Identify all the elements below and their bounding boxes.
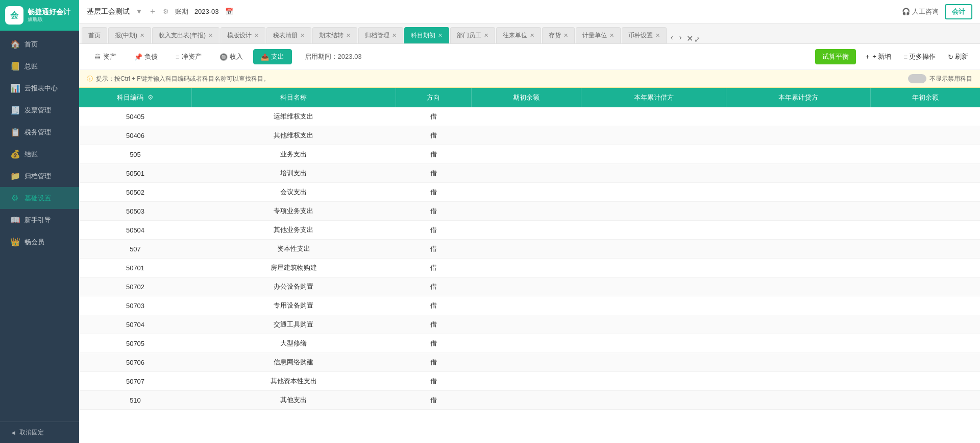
tab-subjects[interactable]: 科目期初✕ — [404, 27, 449, 43]
table-row[interactable]: 510 其他支出 借 — [79, 391, 980, 410]
company-dropdown-icon[interactable]: ▼ — [136, 8, 142, 15]
tab-interim[interactable]: 报(中期)✕ — [108, 27, 151, 43]
balance-button[interactable]: 试算平衡 — [815, 49, 856, 64]
filter-tab-income[interactable]: 🔘收入 — [212, 49, 251, 64]
sidebar-item-ledger[interactable]: 📒总账 — [0, 55, 79, 77]
tips-text: 提示：按Ctrl + F键并输入科目编码或者科目名称可以查找科目。 — [96, 75, 270, 83]
filter-icon-netasset: ≡ — [176, 53, 180, 61]
sidebar-item-invoice[interactable]: 🧾发票管理 — [0, 99, 79, 121]
filter-tab-netasset[interactable]: ≡净资产 — [168, 49, 209, 64]
tab-expand-button[interactable]: ⤢ — [694, 35, 700, 43]
tab-close-icon[interactable]: ✕ — [564, 32, 568, 39]
table-row[interactable]: 50705 大型修缮 借 — [79, 334, 980, 353]
tab-contacts[interactable]: 往来单位✕ — [496, 27, 541, 43]
cell-opening — [471, 183, 581, 202]
cell-year-balance — [871, 240, 980, 259]
cell-ytd-debit — [581, 183, 726, 202]
table-row[interactable]: 50504 其他业务支出 借 — [79, 221, 980, 240]
tab-currency[interactable]: 币种设置✕ — [622, 27, 667, 43]
tab-close-icon[interactable]: ✕ — [530, 32, 534, 39]
table-row[interactable]: 50706 信息网络购建 借 — [79, 353, 980, 372]
cell-opening — [471, 391, 581, 410]
table-body: 50405 运维维权支出 借 50406 其他维权支出 借 505 业务支出 借… — [79, 107, 980, 410]
table-row[interactable]: 50502 会议支出 借 — [79, 183, 980, 202]
app-logo[interactable]: 会 畅捷通好会计 旗舰版 — [0, 0, 79, 31]
cell-ytd-credit — [726, 259, 870, 277]
tab-close-icon[interactable]: ✕ — [655, 32, 660, 39]
sidebar-item-guide[interactable]: 📖新手引导 — [0, 209, 79, 231]
filter-tab-expense[interactable]: 📤支出 — [253, 49, 292, 64]
company-settings-icon[interactable]: ⚙ — [163, 8, 169, 15]
tab-close-icon[interactable]: ✕ — [392, 32, 397, 39]
tab-close-all-button[interactable]: ✕ — [687, 34, 693, 43]
help-button[interactable]: 🎧 人工咨询 — [902, 7, 939, 16]
tab-close-icon[interactable]: ✕ — [609, 32, 614, 39]
tab-taxclear[interactable]: 税表清册✕ — [266, 27, 311, 43]
tab-close-icon[interactable]: ✕ — [346, 32, 351, 39]
sidebar-item-member[interactable]: 👑畅会员 — [0, 231, 79, 253]
sidebar-item-archive[interactable]: 📁归档管理 — [0, 165, 79, 187]
tab-inventory[interactable]: 存货✕ — [542, 27, 575, 43]
cell-name: 房屋建筑物购建 — [191, 259, 396, 277]
cell-ytd-credit — [726, 107, 870, 126]
tab-next-button[interactable]: › — [676, 31, 685, 43]
column-settings-icon[interactable]: ⚙ — [148, 94, 154, 101]
table-row[interactable]: 50703 专用设备购置 借 — [79, 296, 980, 315]
sidebar-item-tax[interactable]: 📋税务管理 — [0, 121, 79, 143]
sidebar-item-settlement[interactable]: 💰结账 — [0, 143, 79, 165]
cell-direction: 借 — [396, 240, 471, 259]
pin-icon: ◄ — [10, 429, 16, 436]
tab-yearend[interactable]: 期末结转✕ — [312, 27, 357, 43]
table-row[interactable]: 50405 运维维权支出 借 — [79, 107, 980, 126]
tax-icon: 📋 — [10, 127, 19, 137]
add-button[interactable]: ＋ + 新增 — [860, 50, 895, 64]
tab-dept[interactable]: 部门员工✕ — [450, 27, 495, 43]
sidebar-item-settings[interactable]: ⚙基础设置 — [0, 187, 79, 209]
filter-tab-liability[interactable]: 📌负债 — [127, 49, 165, 64]
sidebar-item-home[interactable]: 🏠首页 — [0, 33, 79, 55]
table-row[interactable]: 50702 办公设备购置 借 — [79, 277, 980, 296]
table-row[interactable]: 50503 专项业务支出 借 — [79, 202, 980, 221]
footer-label: 取消固定 — [19, 428, 44, 437]
cell-name: 其他资本性支出 — [191, 372, 396, 391]
cell-year-balance — [871, 183, 980, 202]
table-row[interactable]: 50704 交通工具购置 借 — [79, 315, 980, 334]
cell-direction: 借 — [396, 221, 471, 240]
cell-name: 资本性支出 — [191, 240, 396, 259]
filter-tab-label: 负债 — [144, 52, 158, 61]
filter-tab-asset[interactable]: 🏛资产 — [87, 49, 124, 64]
sidebar-item-reports[interactable]: 📊云报表中心 — [0, 77, 79, 99]
tab-close-icon[interactable]: ✕ — [208, 32, 213, 39]
tab-home[interactable]: 首页 — [82, 27, 107, 43]
tab-close-icon[interactable]: ✕ — [254, 32, 259, 39]
table-row[interactable]: 50501 培训支出 借 — [79, 164, 980, 183]
cell-opening — [471, 126, 581, 145]
tab-close-icon[interactable]: ✕ — [484, 32, 488, 39]
tab-label: 首页 — [88, 31, 101, 40]
cell-name: 交通工具购置 — [191, 315, 396, 334]
calendar-icon[interactable]: 📅 — [225, 8, 233, 15]
tab-filing[interactable]: 归档管理✕ — [358, 27, 403, 43]
tab-annual[interactable]: 收入支出表(年报)✕ — [152, 27, 219, 43]
cell-ytd-credit — [726, 315, 870, 334]
tab-prev-button[interactable]: ‹ — [668, 31, 676, 43]
settlement-icon: 💰 — [10, 149, 19, 159]
table-row[interactable]: 50701 房屋建筑物购建 借 — [79, 259, 980, 277]
disable-toggle[interactable] — [908, 74, 926, 83]
table-row[interactable]: 50707 其他资本性支出 借 — [79, 372, 980, 391]
tab-units[interactable]: 计量单位✕ — [576, 27, 621, 43]
add-company-icon[interactable]: ＋ — [149, 6, 157, 17]
table-row[interactable]: 507 资本性支出 借 — [79, 240, 980, 259]
cell-name: 办公设备购置 — [191, 277, 396, 296]
cell-year-balance — [871, 126, 980, 145]
tab-template[interactable]: 模版设计✕ — [220, 27, 265, 43]
tab-close-icon[interactable]: ✕ — [140, 32, 144, 39]
table-row[interactable]: 50406 其他维权支出 借 — [79, 126, 980, 145]
sidebar-footer[interactable]: ◄ 取消固定 — [0, 422, 79, 443]
refresh-button[interactable]: ↻ 刷新 — [944, 50, 972, 64]
tab-close-icon[interactable]: ✕ — [438, 32, 443, 39]
table-row[interactable]: 505 业务支出 借 — [79, 145, 980, 164]
tab-close-icon[interactable]: ✕ — [300, 32, 305, 39]
account-button[interactable]: 会计 — [945, 4, 972, 19]
more-button[interactable]: ≡ 更多操作 — [899, 50, 940, 64]
